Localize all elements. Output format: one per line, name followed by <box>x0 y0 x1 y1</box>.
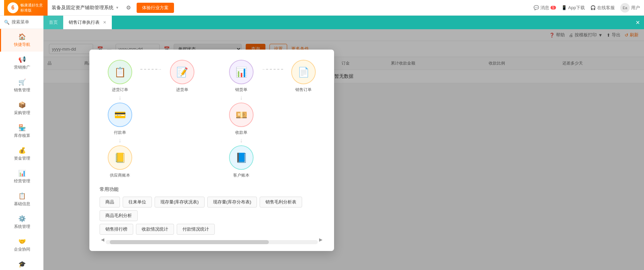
purchase-icon: 📦 <box>18 101 26 109</box>
flow-label-receipt: 收款单 <box>235 130 247 136</box>
tab-close-icon[interactable]: ✕ <box>103 20 106 25</box>
user-menu[interactable]: Ea 用户 <box>620 3 640 13</box>
tab-bar-close-icon[interactable]: ✕ <box>636 19 640 26</box>
finance-icon: 💰 <box>18 147 26 154</box>
flow-label-purchase-order: 进货订单 <box>112 87 128 93</box>
sidebar-item-inventory[interactable]: 🏪 库存核算 <box>0 120 43 143</box>
tab-sales-order-exec[interactable]: 销售订单执行表 ✕ <box>63 16 112 29</box>
message-button[interactable]: 💬 消息 5 <box>534 5 556 11</box>
func-btn-product-profit[interactable]: 商品毛利分析 <box>100 210 138 221</box>
flow-item-sale-bill[interactable]: 📊 销货单 <box>221 60 262 93</box>
sale-order-icon: 📄 <box>298 67 310 78</box>
base-info-icon: 📋 <box>18 192 26 200</box>
top-header: 6 畅康通好生意 标准版 装备及固定资产辅助管理系统 ▼ ⚙ 体验行业方案 💬 … <box>0 0 644 16</box>
func-btn-stock-status[interactable]: 现存量(库存状况表) <box>155 197 205 208</box>
func-buttons-row2: 销售排行榜 收款情况统计 付款情况统计 <box>100 224 324 235</box>
quick-guide-modal: 📋 进货订单 ↓ 💳 付款单 ↓ <box>89 50 334 251</box>
inventory-icon: 🏪 <box>18 124 26 131</box>
func-btn-stock-dist[interactable]: 现存量(库存分布表) <box>207 197 257 208</box>
app-download-button[interactable]: 📱 App下载 <box>561 5 585 11</box>
header-right: 💬 消息 5 📱 App下载 🎧 在线客服 Ea 用户 <box>534 3 640 13</box>
operations-icon: 📊 <box>18 169 26 177</box>
sidebar-item-operations[interactable]: 📊 经营管理 <box>0 165 43 188</box>
flow-label-payment: 付款单 <box>114 130 126 136</box>
arrow-down-2: ↓ <box>119 137 122 144</box>
flow-circle-customer-account[interactable]: 📘 <box>229 145 254 170</box>
sale-order-col: 📄 销售订单 <box>283 60 324 93</box>
flow-item-supplier-account[interactable]: 📒 供应商账本 <box>100 145 140 178</box>
scroll-right-arrow[interactable]: ▶ <box>318 237 324 242</box>
settings-button[interactable]: ⚙ <box>123 2 134 13</box>
modal-scrollbar-thumb <box>110 240 269 244</box>
tab-home[interactable]: 首页 <box>43 16 63 29</box>
purchase-order-icon: 📋 <box>114 67 126 78</box>
flow-circle-receipt[interactable]: 💴 <box>229 103 254 127</box>
sidebar-item-purchase[interactable]: 📦 采购管理 <box>0 97 43 120</box>
sidebar-item-quick-nav[interactable]: 🏠 快捷导航 <box>0 29 43 52</box>
arrow-h-2: ← <box>262 67 283 72</box>
flow-item-sale-order[interactable]: 📄 销售订单 <box>283 60 324 93</box>
home-icon: 🏠 <box>18 33 26 40</box>
flow-circle-purchase-order[interactable]: 📋 <box>108 60 132 84</box>
arrow-down-1: ↓ <box>119 94 122 101</box>
avatar: Ea <box>620 3 630 13</box>
func-btn-product[interactable]: 商品 <box>100 197 120 208</box>
sidebar-item-system[interactable]: ⚙️ 系统管理 <box>0 211 43 234</box>
func-btn-payment-stats[interactable]: 付款情况统计 <box>177 224 215 235</box>
system-title: 装备及固定资产辅助管理系统 ▼ <box>48 5 123 11</box>
main-area: 首页 销售订单执行表 ✕ ✕ ❓ 帮助 🖨 按模板打印 ▼ ⬆ <box>43 16 644 270</box>
sidebar-item-sales[interactable]: 🛒 销售管理 <box>0 74 43 97</box>
func-btn-counterparty[interactable]: 往来单位 <box>123 197 152 208</box>
flow-item-receipt[interactable]: 💴 收款单 <box>221 103 262 136</box>
sidebar-item-guide[interactable]: 🎓 新手引导 <box>0 256 43 270</box>
sidebar-item-finance[interactable]: 💰 资金管理 <box>0 143 43 165</box>
flow-circle-payment[interactable]: 💳 <box>108 103 132 127</box>
dropdown-icon[interactable]: ▼ <box>116 6 119 10</box>
modal-overlay[interactable]: 📋 进货订单 ↓ 💳 付款单 ↓ <box>43 29 644 270</box>
search-menu-button[interactable]: 🔍 搜索菜单 <box>0 16 43 29</box>
purchase-bill-col: 📝 进货单 <box>162 60 203 93</box>
flow-item-purchase-bill[interactable]: 📝 进货单 <box>162 60 203 93</box>
flow-circle-purchase-bill[interactable]: 📝 <box>170 60 194 84</box>
logo-text: 畅康通好生意 标准版 <box>20 3 43 13</box>
marketing-icon: 📢 <box>18 56 26 63</box>
flow-diagram: 📋 进货订单 ↓ 💳 付款单 ↓ <box>100 60 324 178</box>
purchase-bill-icon: 📝 <box>176 67 188 78</box>
scroll-left-arrow[interactable]: ◀ <box>100 237 106 242</box>
system-icon: ⚙️ <box>18 215 26 222</box>
logo-area[interactable]: 6 畅康通好生意 标准版 <box>4 0 48 16</box>
func-btn-sales-rank[interactable]: 销售排行榜 <box>100 224 133 235</box>
guide-icon: 🎓 <box>18 260 26 268</box>
flow-label-sale-order: 销售订单 <box>295 87 312 93</box>
receipt-icon: 💴 <box>236 109 247 121</box>
sidebar: 🔍 搜索菜单 🏠 快捷导航 📢 营销推广 🛒 销售管理 📦 采购管理 🏪 库存核… <box>0 16 43 270</box>
trial-button[interactable]: 体验行业方案 <box>137 3 174 13</box>
sidebar-item-marketing[interactable]: 📢 营销推广 <box>0 52 43 74</box>
flow-circle-sale-order[interactable]: 📄 <box>291 60 316 84</box>
search-icon: 🔍 <box>4 20 10 25</box>
arrow-down-4: ↓ <box>240 137 243 144</box>
flow-label-purchase-bill: 进货单 <box>176 87 188 93</box>
flow-item-payment[interactable]: 💳 付款单 <box>100 103 140 136</box>
sale-bill-icon: 📊 <box>236 67 247 78</box>
flow-circle-sale-bill[interactable]: 📊 <box>229 60 254 84</box>
enterprise-icon: 🤝 <box>18 238 26 245</box>
logo-icon: 6 <box>7 2 18 13</box>
modal-scrollbar[interactable] <box>106 240 318 244</box>
func-btn-receipt-stats[interactable]: 收款情况统计 <box>136 224 174 235</box>
flow-item-purchase-order[interactable]: 📋 进货订单 <box>100 60 140 93</box>
flow-circle-supplier-account[interactable]: 📒 <box>108 145 132 170</box>
online-service-button[interactable]: 🎧 在线客服 <box>590 5 615 11</box>
func-buttons-row1: 商品 往来单位 现存量(库存状况表) 现存量(库存分布表) 销售毛利分析表 商品… <box>100 197 324 221</box>
common-functions-title: 常用功能 <box>100 186 324 193</box>
sidebar-item-base-info[interactable]: 📋 基础信息 <box>0 188 43 211</box>
message-icon: 💬 <box>534 5 539 10</box>
sales-icon: 🛒 <box>18 78 26 86</box>
content-area: ❓ 帮助 🖨 按模板打印 ▼ ⬆ 导出 ↺ 刷新 <box>43 29 644 270</box>
flow-item-customer-account[interactable]: 📘 客户账本 <box>221 145 262 178</box>
purchase-flow-col: 📋 进货订单 ↓ 💳 付款单 ↓ <box>100 60 140 178</box>
sidebar-item-enterprise[interactable]: 🤝 企业协同 <box>0 234 43 256</box>
func-btn-sales-profit[interactable]: 销售毛利分析表 <box>260 197 302 208</box>
flow-label-supplier-account: 供应商账本 <box>110 173 130 178</box>
flow-label-sale-bill: 销货单 <box>235 87 247 93</box>
